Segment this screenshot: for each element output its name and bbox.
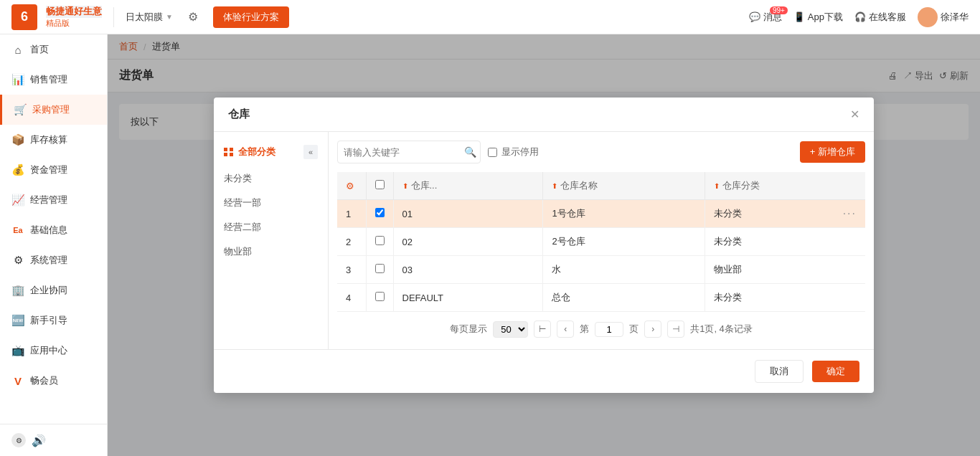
- row-num: 3: [337, 256, 366, 284]
- table-wrap: ⚙ ⬆仓库... ⬆仓库名称 ⬆仓库分类 1 01: [337, 172, 865, 312]
- row-category: 未分类···: [705, 200, 865, 227]
- cancel-button[interactable]: 取消: [755, 360, 804, 383]
- table-row[interactable]: 1 01 1号仓库 未分类···: [337, 200, 865, 228]
- main-content: 首页 / 进货单 进货单 🖨 ↗ 导出 ↺ 刷新 按以下 仓库: [108, 34, 980, 456]
- row-name: 1号仓库: [543, 200, 705, 228]
- online-service-button[interactable]: 🎧 在线客服: [854, 11, 906, 24]
- pagination: 每页显示 50 ⊢ ‹ 第 页 › ⊣ 共1页, 4条记录: [337, 312, 865, 341]
- row-checkbox[interactable]: [375, 236, 385, 245]
- dialog-body: 全部分类 « 未分类 经营一部 经营二部 物业部: [214, 132, 874, 349]
- category-collapse-button[interactable]: «: [303, 145, 318, 159]
- store-selector[interactable]: 日太阳膜 ▼: [126, 11, 173, 24]
- next-page-button[interactable]: ›: [644, 320, 661, 338]
- sidebar-item-appcenter[interactable]: 📺 应用中心: [0, 336, 107, 366]
- sidebar-item-enterprise[interactable]: 🏢 企业协同: [0, 275, 107, 305]
- confirm-button[interactable]: 确定: [812, 361, 859, 382]
- sidebar-collapse-button[interactable]: ⚙: [11, 433, 26, 447]
- add-warehouse-button[interactable]: + 新增仓库: [800, 141, 865, 163]
- row-num: 2: [337, 228, 366, 256]
- message-icon: 💬: [749, 11, 760, 22]
- row-checkbox-cell[interactable]: [366, 228, 393, 256]
- dialog-overlay: 仓库 ✕ 全部分类 «: [108, 34, 980, 456]
- sidebar-item-system[interactable]: ⚙ 系统管理: [0, 245, 107, 275]
- table-row[interactable]: 4 DEFAULT 总仓 未分类: [337, 284, 865, 312]
- user-menu[interactable]: 徐泽华: [918, 7, 969, 27]
- row-checkbox[interactable]: [375, 292, 385, 301]
- sidebar-item-sales[interactable]: 📊 销售管理: [0, 65, 107, 95]
- category-panel: 全部分类 « 未分类 经营一部 经营二部 物业部: [214, 132, 329, 349]
- sort-icon-name: ⬆: [552, 182, 557, 190]
- store-arrow-icon: ▼: [166, 13, 173, 21]
- th-checkbox: [366, 172, 393, 200]
- sidebar-item-inventory[interactable]: 📦 库存核算: [0, 125, 107, 155]
- sidebar-item-purchase[interactable]: 🛒 采购管理: [0, 95, 107, 125]
- sidebar-item-base[interactable]: Ea 基础信息: [0, 215, 107, 245]
- row-name: 2号仓库: [543, 228, 705, 256]
- box-icon: 📦: [11, 133, 24, 146]
- row-code: 03: [393, 256, 543, 284]
- search-icon[interactable]: 🔍: [464, 146, 476, 158]
- building-icon: 🏢: [11, 284, 24, 297]
- home-icon: ⌂: [11, 44, 24, 56]
- first-page-button[interactable]: ⊢: [534, 320, 551, 338]
- industry-solution-button[interactable]: 体验行业方案: [213, 6, 289, 28]
- row-checkbox-cell[interactable]: [366, 284, 393, 312]
- show-disabled-toggle: 显示停用: [488, 146, 539, 158]
- category-item-dept1[interactable]: 经营一部: [214, 191, 328, 215]
- row-num: 1: [337, 200, 366, 228]
- dialog-close-button[interactable]: ✕: [850, 108, 859, 121]
- warehouse-table: ⚙ ⬆仓库... ⬆仓库名称 ⬆仓库分类 1 01: [337, 172, 865, 312]
- row-num: 4: [337, 284, 366, 312]
- gear-icon: ⚙: [11, 254, 24, 267]
- settings-icon[interactable]: ⚙: [182, 6, 204, 29]
- base-icon: Ea: [11, 226, 24, 234]
- search-input[interactable]: [344, 147, 464, 158]
- messages-button[interactable]: 💬 消息 99+: [749, 11, 782, 24]
- headset-icon: 🎧: [854, 11, 866, 22]
- topbar-right: 💬 消息 99+ 📱 App下载 🎧 在线客服 徐泽华: [749, 7, 969, 27]
- row-code: 02: [393, 228, 543, 256]
- new-icon: 🆕: [11, 314, 24, 327]
- sidebar-item-finance[interactable]: 💰 资金管理: [0, 155, 107, 185]
- row-name: 总仓: [543, 284, 705, 312]
- show-disabled-checkbox[interactable]: [488, 148, 497, 157]
- page-number-input[interactable]: [595, 322, 623, 337]
- app-logo: 6: [11, 4, 37, 30]
- brand-name: 畅捷通好生意 精品版: [46, 6, 102, 28]
- sidebar-item-operation[interactable]: 📈 经营管理: [0, 185, 107, 215]
- last-page-button[interactable]: ⊣: [667, 320, 684, 338]
- sidebar-item-guide[interactable]: 🆕 新手引导: [0, 305, 107, 336]
- grid-icon: [224, 148, 234, 156]
- category-item-dept2[interactable]: 经营二部: [214, 215, 328, 239]
- trend-icon: 📈: [11, 194, 24, 206]
- speaker-icon: 🔊: [32, 434, 46, 447]
- per-page-select[interactable]: 50: [493, 321, 528, 338]
- th-name: ⬆仓库名称: [543, 172, 705, 200]
- category-item-property[interactable]: 物业部: [214, 239, 328, 264]
- app-download-button[interactable]: 📱 App下载: [793, 11, 843, 24]
- prev-page-button[interactable]: ‹: [557, 320, 574, 338]
- row-name: 水: [543, 256, 705, 284]
- avatar: [918, 7, 938, 27]
- row-checkbox-cell[interactable]: [366, 256, 393, 284]
- row-checkbox[interactable]: [375, 264, 385, 273]
- sidebar-item-member[interactable]: V 畅会员: [0, 366, 107, 396]
- topbar-divider: [113, 7, 114, 27]
- row-code: 01: [393, 200, 543, 228]
- settings-th-icon: ⚙: [346, 181, 354, 191]
- select-all-checkbox[interactable]: [375, 180, 385, 189]
- table-row[interactable]: 3 03 水 物业部: [337, 256, 865, 284]
- category-all-item[interactable]: 全部分类: [224, 146, 275, 158]
- row-actions-icon[interactable]: ···: [843, 207, 857, 220]
- cart-icon: 🛒: [14, 103, 27, 116]
- row-checkbox[interactable]: [375, 208, 385, 217]
- table-toolbar: 🔍 显示停用 + 新增仓库: [337, 141, 865, 163]
- table-row[interactable]: 2 02 2号仓库 未分类: [337, 228, 865, 256]
- sidebar: ⌂ 首页 📊 销售管理 🛒 采购管理 📦 库存核算 💰 资金管理 📈 经营管理 …: [0, 34, 108, 456]
- row-checkbox-cell[interactable]: [366, 200, 393, 228]
- sidebar-item-home[interactable]: ⌂ 首页: [0, 34, 107, 65]
- th-category: ⬆仓库分类: [705, 172, 865, 200]
- category-item-unclassified[interactable]: 未分类: [214, 166, 328, 191]
- sort-icon: ⬆: [402, 182, 408, 190]
- table-panel: 🔍 显示停用 + 新增仓库: [329, 132, 874, 349]
